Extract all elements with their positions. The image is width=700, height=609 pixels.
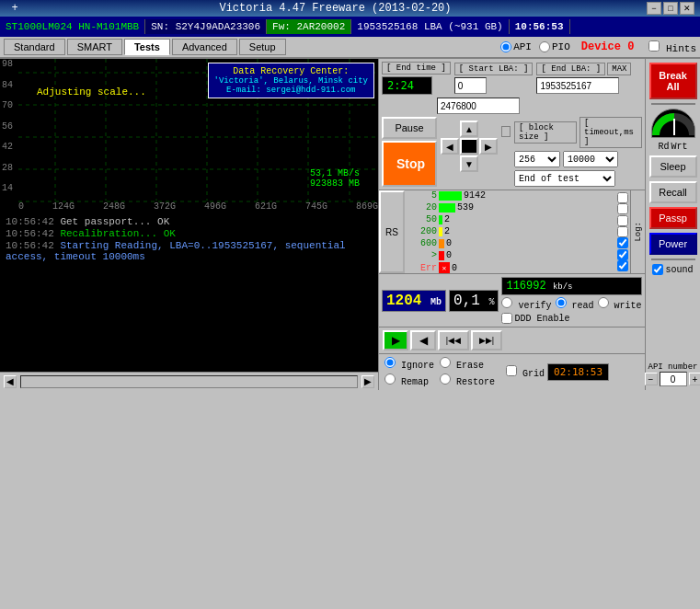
passp-button[interactable]: Passp <box>649 207 697 229</box>
bar-cb-50[interactable] <box>617 215 628 226</box>
nav-check <box>501 126 511 137</box>
kbs-display: 116992 kb/s <box>501 277 642 295</box>
verify-radio[interactable] <box>501 297 512 308</box>
sound-label: sound <box>665 265 693 275</box>
block-row: [ block size ] [ timeout,ms ] <box>514 117 642 148</box>
log-line-1: 10:56:42 Get passport... OK <box>6 216 373 227</box>
tab-tests[interactable]: Tests <box>124 39 170 55</box>
api-number-input[interactable] <box>660 372 687 386</box>
bar-cb-5[interactable] <box>617 192 628 203</box>
minimize-button[interactable]: − <box>647 2 661 15</box>
ignore-radio[interactable] <box>384 357 396 368</box>
ignore-radio-label[interactable]: Ignore <box>384 357 434 371</box>
lba-value-input[interactable] <box>437 98 520 114</box>
stop-button[interactable]: Stop <box>382 141 437 187</box>
pio-radio[interactable] <box>539 41 550 52</box>
tab-setup[interactable]: Setup <box>239 39 286 55</box>
timeout-label: [ timeout,ms ] <box>580 117 642 148</box>
verify-options: verify read write <box>501 297 642 311</box>
step-back-button[interactable]: |◀◀ <box>438 330 469 350</box>
erase-radio[interactable] <box>440 357 451 368</box>
bar-fill-50 <box>439 215 442 224</box>
speed-info: 53,1 MB/s 923883 MB <box>310 168 360 189</box>
pio-radio-label[interactable]: PIO <box>539 41 570 52</box>
rs-button[interactable]: RS <box>379 190 405 273</box>
verify-label: verify <box>518 301 551 311</box>
block-size-select[interactable]: 256 <box>514 151 560 167</box>
bar-fill-600 <box>439 239 444 248</box>
end-lba-label: [ End LBA: ] <box>536 63 605 75</box>
bar-cb-200[interactable] <box>617 226 628 237</box>
break-all-button[interactable]: Break All <box>649 63 697 99</box>
bar-cb-600[interactable] <box>617 237 628 248</box>
io-mode-group: API PIO Device 0 Hints <box>500 40 696 54</box>
sound-checkbox-label[interactable]: sound <box>652 264 693 275</box>
grid-checkbox[interactable] <box>506 365 517 376</box>
bar-checkboxes <box>615 190 630 273</box>
nav-up-btn[interactable]: ▲ <box>460 121 478 137</box>
maximize-button[interactable]: □ <box>663 2 678 15</box>
read-radio-label[interactable]: read <box>556 297 594 311</box>
play-button[interactable]: ▶ <box>383 330 408 350</box>
hints-checkbox-label[interactable]: Hints <box>648 40 696 54</box>
bar-cb-err[interactable] <box>617 260 628 271</box>
ddd-checkbox[interactable] <box>501 313 512 324</box>
write-radio[interactable] <box>598 297 609 308</box>
bar-cb-20[interactable] <box>617 203 628 214</box>
gauge-svg <box>652 109 695 138</box>
block-timeout-inputs: 256 10000 <box>514 151 642 167</box>
sound-checkbox[interactable] <box>652 264 663 275</box>
nav-center-btn[interactable] <box>460 138 478 155</box>
close-button[interactable]: ✕ <box>680 2 694 15</box>
pause-button[interactable]: Pause <box>382 117 437 139</box>
verify-radio-label[interactable]: verify <box>501 297 551 311</box>
scroll-right-btn[interactable]: ▶ <box>361 375 374 388</box>
y-axis-labels: 98 84 70 56 42 28 14 <box>2 59 13 193</box>
bars-section: RS 5 9142 20 539 <box>379 190 645 274</box>
erase-radio-label[interactable]: Erase <box>440 357 495 371</box>
sidebar-divider-1 <box>651 103 695 105</box>
api-radio[interactable] <box>500 41 511 52</box>
nav-right-btn[interactable]: ▶ <box>479 138 498 155</box>
action-row: Pause Stop ▲ ◀ ▶ ▼ [ bloc <box>382 117 642 187</box>
end-of-test-select[interactable]: End of test <box>514 170 615 187</box>
log-scroll-label: Log: <box>630 190 645 273</box>
grid-checkbox-label[interactable]: Grid <box>506 365 545 379</box>
end-lba-input[interactable] <box>536 77 619 94</box>
block-timeout-section: [ block size ] [ timeout,ms ] 256 10000 <box>514 117 642 187</box>
title-bar-icon: + <box>6 2 24 15</box>
log-time-1: 10:56:42 <box>6 216 54 227</box>
api-plus-btn[interactable]: + <box>689 373 701 385</box>
read-radio[interactable] <box>556 297 567 308</box>
api-radio-label[interactable]: API <box>500 41 532 52</box>
tab-smart[interactable]: SMART <box>67 39 122 55</box>
start-lba-block: [ Start LBA: ] <box>454 63 534 94</box>
step-fwd-button[interactable]: ▶▶| <box>471 330 502 350</box>
scroll-track[interactable] <box>20 375 358 388</box>
nav-left-btn[interactable]: ◀ <box>441 138 459 155</box>
power-button[interactable]: Power <box>649 233 697 255</box>
hints-checkbox[interactable] <box>648 40 660 52</box>
bar-count-5: 9142 <box>464 190 491 201</box>
write-radio-label[interactable]: write <box>598 297 642 311</box>
main-panels: 98 84 70 56 42 28 14 Data Recovery Cente… <box>0 59 700 390</box>
tab-standard[interactable]: Standard <box>4 39 65 55</box>
api-minus-btn[interactable]: − <box>645 373 658 385</box>
remap-radio-label[interactable]: Remap <box>384 373 434 387</box>
max-label[interactable]: MAX <box>607 63 631 75</box>
timeout-select[interactable]: 10000 <box>563 151 618 167</box>
bar-cb-gt[interactable] <box>617 249 628 260</box>
start-lba-input[interactable] <box>454 77 487 94</box>
recall-button[interactable]: Recall <box>649 181 697 203</box>
restore-radio[interactable] <box>440 373 451 385</box>
verify-section: 116992 kb/s verify read write <box>501 277 642 324</box>
nav-down-btn[interactable]: ▼ <box>460 155 478 172</box>
scroll-left-btn[interactable]: ◀ <box>4 375 17 388</box>
sleep-button[interactable]: Sleep <box>649 155 697 178</box>
remap-radio[interactable] <box>384 373 396 385</box>
x-label-0: 0 <box>18 201 24 212</box>
restore-radio-label[interactable]: Restore <box>440 373 495 387</box>
tab-advanced[interactable]: Advanced <box>172 39 237 55</box>
back-button[interactable]: ◀ <box>410 330 436 350</box>
ddd-row: DDD Enable <box>501 313 642 324</box>
